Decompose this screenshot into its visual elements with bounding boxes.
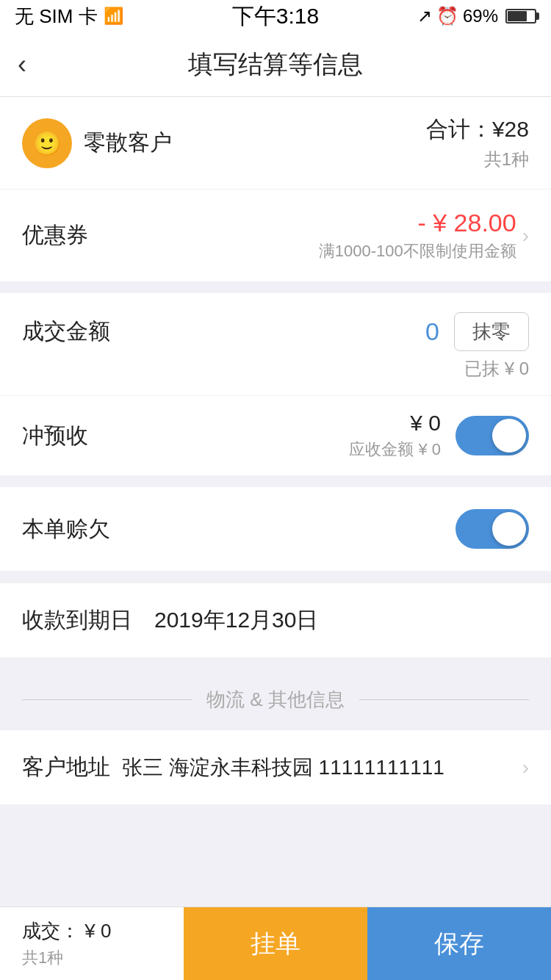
prepay-sub: 应收金额 ¥ 0 [349, 439, 441, 461]
toggle-knob [492, 419, 526, 453]
avatar-icon: 🙂 [32, 129, 62, 157]
divider [0, 657, 551, 669]
coupon-desc: 满1000-100不限制使用金额 [319, 240, 516, 262]
location-icon: ↗ [417, 6, 432, 26]
debt-label: 本单赊欠 [22, 514, 110, 544]
customer-section: 🙂 零散客户 合计：¥28 共1种 优惠券 - ¥ 28.00 满1000-10… [0, 97, 551, 281]
line-right [359, 699, 529, 700]
prepay-toggle[interactable] [455, 416, 529, 455]
battery-icon [505, 9, 536, 24]
address-label: 客户地址 [22, 752, 110, 782]
address-value: 张三 海淀永丰科技园 11111111111 [110, 754, 522, 782]
back-button[interactable]: ‹ [18, 49, 26, 80]
logistics-header: 物流 & 其他信息 [0, 669, 551, 730]
save-button[interactable]: 保存 [367, 907, 551, 980]
address-chevron-icon: › [522, 756, 529, 779]
deal-sub: 已抹 ¥ 0 [0, 357, 551, 395]
prepay-amounts: ¥ 0 应收金额 ¥ 0 [349, 411, 441, 461]
coupon-label: 优惠券 [22, 220, 88, 251]
coupon-row[interactable]: 优惠券 - ¥ 28.00 满1000-100不限制使用金额 › [0, 189, 551, 281]
customer-count: 共1种 [426, 148, 529, 171]
round-button[interactable]: 抹零 [454, 312, 529, 351]
wifi-icon: 📶 [104, 7, 123, 26]
address-section[interactable]: 客户地址 张三 海淀永丰科技园 11111111111 › [0, 730, 551, 804]
debt-toggle-knob [492, 512, 526, 546]
prepay-amount: ¥ 0 [349, 411, 441, 436]
due-row: 收款到期日 2019年12月30日 [22, 605, 529, 635]
avatar: 🙂 [22, 118, 72, 168]
address-row: 客户地址 张三 海淀永丰科技园 11111111111 › [0, 730, 551, 804]
bottom-summary: 成交： ¥ 0 共1种 [0, 918, 184, 969]
logistics-label: 物流 & 其他信息 [206, 687, 345, 713]
deal-section: 成交金额 0 抹零 已抹 ¥ 0 冲预收 ¥ 0 应收金额 ¥ 0 [0, 293, 551, 475]
status-left: 无 SIM 卡 📶 [15, 4, 123, 29]
coupon-right: - ¥ 28.00 满1000-100不限制使用金额 › [319, 209, 529, 262]
coupon-chevron-icon: › [522, 224, 529, 248]
status-right: ↗ ⏰ 69% [417, 6, 536, 26]
page-title: 填写结算等信息 [188, 48, 363, 82]
debt-toggle[interactable] [455, 509, 529, 549]
coupon-amount: - ¥ 28.00 [319, 209, 516, 237]
due-date-section: 收款到期日 2019年12月30日 [0, 583, 551, 657]
customer-name: 零散客户 [84, 128, 172, 158]
battery-percent: 69% [463, 6, 498, 26]
prepay-right: ¥ 0 应收金额 ¥ 0 [349, 411, 529, 461]
line-left [22, 699, 192, 700]
coupon-info: - ¥ 28.00 满1000-100不限制使用金额 [319, 209, 516, 262]
bottom-summary-label: 成交： ¥ 0 [22, 918, 162, 944]
sim-text: 无 SIM 卡 [15, 4, 98, 29]
prepay-row: 冲预收 ¥ 0 应收金额 ¥ 0 [0, 395, 551, 475]
nav-bar: ‹ 填写结算等信息 [0, 32, 551, 97]
bottom-summary-count: 共1种 [22, 947, 162, 969]
status-time: 下午3:18 [232, 1, 319, 32]
alarm-icon: ⏰ [436, 6, 458, 26]
deal-amount: 0 [425, 317, 439, 346]
hold-button[interactable]: 挂单 [184, 907, 367, 980]
prepay-label: 冲预收 [22, 421, 88, 451]
status-bar: 无 SIM 卡 📶 下午3:18 ↗ ⏰ 69% [0, 0, 551, 32]
deal-label: 成交金额 [22, 317, 110, 347]
bottom-bar: 成交： ¥ 0 共1种 挂单 保存 [0, 907, 551, 980]
customer-right: 合计：¥28 共1种 [426, 115, 529, 171]
customer-left: 🙂 零散客户 [22, 118, 172, 168]
customer-total: 合计：¥28 [426, 115, 529, 145]
customer-row: 🙂 零散客户 合计：¥28 共1种 [0, 97, 551, 189]
due-date-label: 收款到期日 [22, 605, 132, 635]
due-date-value: 2019年12月30日 [154, 605, 318, 635]
debt-section: 本单赊欠 [0, 487, 551, 571]
deal-right: 0 抹零 [425, 312, 529, 351]
deal-row: 成交金额 0 抹零 [0, 293, 551, 357]
